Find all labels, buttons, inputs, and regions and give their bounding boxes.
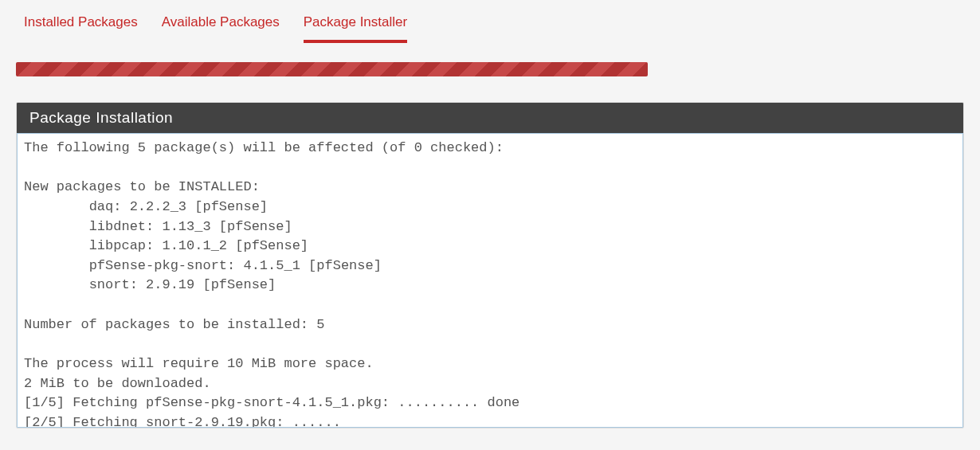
package-tabs: Installed Packages Available Packages Pa… (16, 8, 964, 43)
tab-package-installer[interactable]: Package Installer (304, 8, 407, 43)
install-progress-bar (16, 62, 648, 76)
tab-available-packages[interactable]: Available Packages (162, 8, 280, 43)
package-installation-panel: Package Installation The following 5 pac… (16, 102, 964, 428)
install-output-terminal[interactable]: The following 5 package(s) will be affec… (17, 133, 963, 428)
panel-title: Package Installation (17, 103, 963, 133)
tab-installed-packages[interactable]: Installed Packages (24, 8, 138, 43)
install-progress-track (16, 62, 948, 76)
